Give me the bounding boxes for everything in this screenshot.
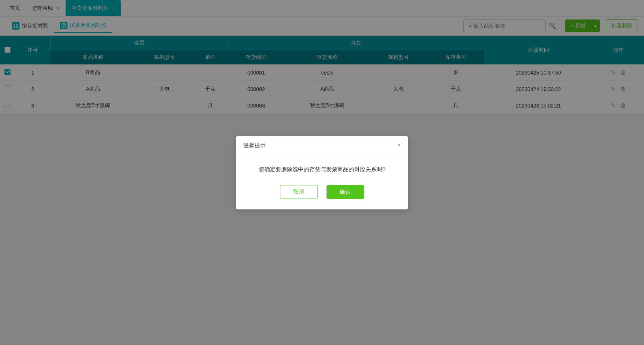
dialog-overlay: 温馨提示 × 您确定要删除选中的存货与发票商品的对应关系吗? 取消 确认 bbox=[0, 0, 644, 114]
